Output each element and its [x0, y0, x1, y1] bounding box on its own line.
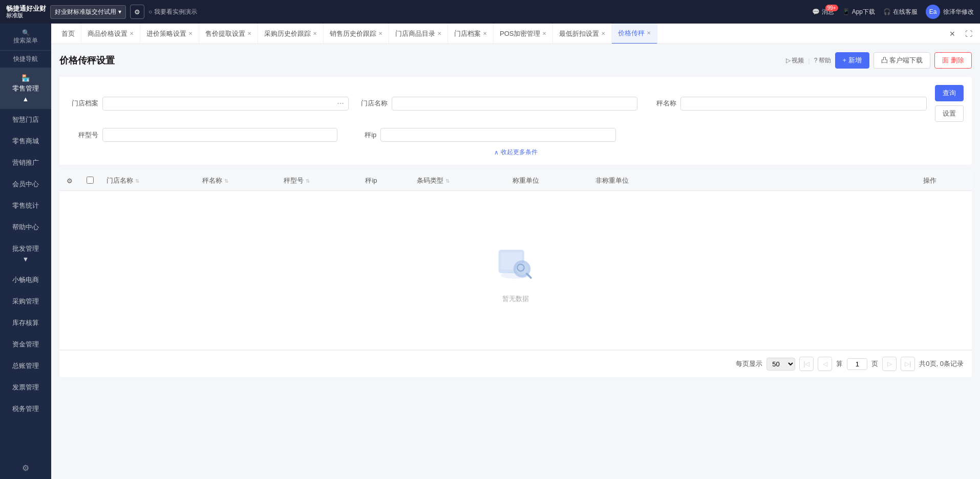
app-download-button[interactable]: 📱 App下载: [842, 8, 875, 16]
sidebar-item-member-center[interactable]: 会员中心: [0, 173, 51, 195]
play-icon: ▷: [786, 57, 791, 64]
user-menu[interactable]: Ea 徐泽华修改: [926, 5, 974, 19]
th-checkbox: [80, 171, 100, 191]
store-profile-input[interactable]: [103, 97, 333, 110]
tab-price-scale[interactable]: 价格传秤 ✕: [612, 24, 657, 44]
page-suffix: 页: [871, 359, 878, 368]
store-name-input[interactable]: [392, 97, 638, 111]
prev-page-button[interactable]: ◁: [818, 357, 832, 371]
close-tab-pos-mgmt[interactable]: ✕: [542, 31, 546, 36]
sidebar-item-finance[interactable]: 资金管理: [0, 334, 51, 355]
sidebar-item-retail-mgmt[interactable]: 🏪 零售管理 ▲: [0, 68, 51, 109]
tab-sale-history[interactable]: 销售历史价跟踪 ✕: [324, 24, 389, 44]
tab-purchase-strategy[interactable]: 进价策略设置 ✕: [140, 24, 199, 44]
first-page-button[interactable]: |◁: [799, 357, 814, 371]
data-table: ⚙ 门店名称 ⇅: [59, 171, 972, 350]
settings-icon[interactable]: ⚙: [130, 5, 144, 19]
demo-link[interactable]: ○ 我要看实例演示: [148, 8, 197, 16]
page-input[interactable]: [847, 358, 867, 370]
app-logo: 畅捷通好业财 标准版: [6, 5, 46, 19]
last-page-button[interactable]: ▷|: [901, 357, 915, 371]
empty-illustration: [490, 237, 541, 288]
tab-bar-actions: ✕ ⛶: [945, 27, 976, 41]
tab-store-catalog[interactable]: 门店商品目录 ✕: [389, 24, 448, 44]
close-tab-store-catalog[interactable]: ✕: [437, 31, 441, 36]
main-area: 🔍 搜索菜单 快捷导航 🏪 零售管理 ▲ 智慧门店 零售商城: [0, 24, 980, 479]
gear-icon: ⚙: [22, 464, 29, 472]
sidebar-item-help-center[interactable]: 帮助中心: [0, 216, 51, 238]
sidebar-item-marketing[interactable]: 营销推广: [0, 152, 51, 173]
close-tab-purchase-history[interactable]: ✕: [313, 31, 317, 36]
th-weight-unit: 称重单位: [506, 171, 589, 191]
version-selector[interactable]: 好业财标准版交付试用 ▾: [50, 5, 126, 19]
scale-name-label: 秤名称: [646, 99, 676, 108]
sidebar-quick-nav[interactable]: 快捷导航: [0, 51, 51, 68]
sidebar-item-general-ledger[interactable]: 总账管理: [0, 355, 51, 377]
select-all-checkbox[interactable]: [87, 177, 94, 184]
video-link[interactable]: ▷ 视频: [786, 56, 804, 65]
close-tab-product-price[interactable]: ✕: [130, 31, 134, 36]
sidebar-item-inventory[interactable]: 库存核算: [0, 312, 51, 334]
sidebar-item-xiaochang-ecom[interactable]: 小畅电商: [0, 269, 51, 291]
page-title: 价格传秤设置: [59, 54, 115, 67]
store-profile-input-wrapper: ···: [102, 97, 349, 111]
per-page-label: 每页显示: [736, 359, 762, 368]
filter-row-2: 秤型号 秤ip: [68, 128, 964, 142]
sidebar-item-retail-mall[interactable]: 零售商城: [0, 130, 51, 152]
sort-barcode-type-icon[interactable]: ⇅: [445, 178, 450, 184]
sort-store-name-icon[interactable]: ⇅: [135, 178, 139, 184]
store-profile-dots-button[interactable]: ···: [333, 99, 348, 108]
th-store-name: 门店名称 ⇅: [100, 171, 196, 191]
close-tab-sale-extract[interactable]: ✕: [247, 31, 251, 36]
filter-store-profile: 门店档案 ···: [68, 97, 349, 111]
sidebar-item-purchase-mgmt[interactable]: 采购管理: [0, 291, 51, 312]
help-link[interactable]: ? 帮助: [814, 56, 831, 65]
tab-sale-extract[interactable]: 售价提取设置 ✕: [199, 24, 258, 44]
close-tab-button[interactable]: ✕: [945, 27, 960, 41]
sidebar-item-retail-stats[interactable]: 零售统计: [0, 195, 51, 216]
sidebar-settings[interactable]: ⚙: [0, 457, 51, 479]
headset-icon: 🎧: [883, 8, 891, 15]
scale-name-input[interactable]: [680, 97, 927, 111]
sidebar-item-wholesale-mgmt[interactable]: 批发管理 ▼: [0, 238, 51, 269]
collapse-button[interactable]: ∧ 收起更多条件: [68, 148, 964, 157]
query-button[interactable]: 查询: [935, 85, 964, 101]
close-tab-min-discount[interactable]: ✕: [601, 31, 605, 36]
tab-purchase-history[interactable]: 采购历史价跟踪 ✕: [258, 24, 324, 44]
th-operation: 操作: [917, 171, 972, 191]
expand-tab-button[interactable]: ⛶: [962, 27, 976, 41]
tab-home[interactable]: 首页: [55, 24, 81, 44]
add-button[interactable]: + 新增: [835, 52, 869, 69]
filter-store-name: 门店名称: [357, 97, 638, 111]
next-page-button[interactable]: ▷: [882, 357, 897, 371]
close-tab-sale-history[interactable]: ✕: [378, 31, 382, 36]
sort-scale-name-icon[interactable]: ⇅: [224, 178, 228, 184]
download-button[interactable]: 凸 客户端下载: [874, 52, 931, 69]
close-tab-purchase-strategy[interactable]: ✕: [188, 31, 193, 36]
scale-model-input[interactable]: [102, 128, 337, 142]
empty-text: 暂无数据: [502, 294, 529, 303]
per-page-select[interactable]: 50 10 20 100: [766, 358, 795, 371]
tab-min-discount[interactable]: 最低折扣设置 ✕: [553, 24, 612, 44]
online-service-button[interactable]: 🎧 在线客服: [883, 8, 918, 16]
message-button[interactable]: 💬 消息 99+: [812, 8, 834, 16]
close-tab-store-profile[interactable]: ✕: [483, 31, 487, 36]
sort-scale-model-icon[interactable]: ⇅: [306, 178, 310, 184]
th-scale-ip: 秤ip: [359, 171, 411, 191]
sidebar-item-smart-store[interactable]: 智慧门店: [0, 109, 51, 130]
tab-pos-mgmt[interactable]: POS加密管理 ✕: [494, 24, 553, 44]
scale-ip-input[interactable]: [380, 128, 615, 142]
expand-icon: ▲: [23, 95, 29, 103]
close-tab-price-scale[interactable]: ✕: [647, 30, 651, 36]
filter-settings-button[interactable]: 设置: [935, 105, 964, 122]
table-body: 暂无数据: [59, 191, 972, 350]
sidebar-item-invoice-mgmt[interactable]: 发票管理: [0, 377, 51, 398]
tab-store-profile[interactable]: 门店档案 ✕: [448, 24, 494, 44]
sidebar-item-tax-mgmt[interactable]: 税务管理: [0, 398, 51, 420]
sidebar-search[interactable]: 🔍 搜索菜单: [0, 24, 51, 51]
chevron-up-icon: ∧: [494, 149, 499, 156]
delete-button[interactable]: 面 删除: [934, 52, 972, 69]
table-settings-icon[interactable]: ⚙: [67, 177, 73, 185]
tab-product-price[interactable]: 商品价格设置 ✕: [81, 24, 140, 44]
store-name-label: 门店名称: [357, 99, 388, 108]
